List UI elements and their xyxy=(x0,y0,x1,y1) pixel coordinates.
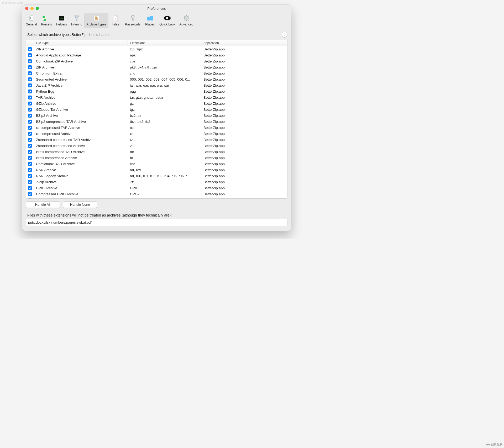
application-cell: BetterZip.app xyxy=(201,168,287,172)
svg-point-3 xyxy=(45,16,46,18)
toolbar-tab-quick-look[interactable]: Quick Look xyxy=(157,13,177,28)
table-row[interactable]: ARJ ArchiveARJBetterZip.app xyxy=(26,197,287,198)
table-row[interactable]: Android Application PackageapkBetterZip.… xyxy=(26,52,287,58)
extensions-cell: tbr xyxy=(128,150,201,154)
file-type-cell: Python Egg xyxy=(34,89,128,93)
toolbar-tab-presets[interactable]: Presets xyxy=(39,13,54,28)
table-row[interactable]: Zstandard compressed TAR ArchivetzstBett… xyxy=(26,137,287,143)
row-checkbox[interactable] xyxy=(28,192,32,196)
toolbar-tab-label: Quick Look xyxy=(159,23,175,26)
table-row[interactable]: Comicbook ZIP ArchivecbzBetterZip.app xyxy=(26,58,287,64)
handle-all-button[interactable]: Handle All xyxy=(26,201,60,208)
toolbar-tab-archive-types[interactable]: Archive Types xyxy=(84,13,108,28)
table-row[interactable]: 7-Zip Archive7zBetterZip.app xyxy=(26,179,287,185)
table-row[interactable]: RAR Archiverar, revBetterZip.app xyxy=(26,167,287,173)
toolbar-tab-files[interactable]: AFiles xyxy=(108,13,123,28)
table-body[interactable]: ZIP Archivezip, zipxBetterZip.appAndroid… xyxy=(26,46,287,198)
col-checkbox[interactable] xyxy=(26,40,34,46)
file-type-cell: ZIP Archive xyxy=(34,65,128,69)
row-checkbox[interactable] xyxy=(28,53,32,57)
toolbar-tab-places[interactable]: Places xyxy=(143,13,157,28)
row-checkbox[interactable] xyxy=(28,162,32,166)
row-checkbox[interactable] xyxy=(28,168,32,172)
extensions-cell: bz2, bz xyxy=(128,114,201,118)
row-checkbox[interactable] xyxy=(28,83,32,87)
application-cell: BetterZip.app xyxy=(201,65,287,69)
svg-point-16 xyxy=(184,16,188,20)
table-row[interactable]: GZip ArchivegzBetterZip.app xyxy=(26,101,287,107)
table-row[interactable]: RAR Legacy Archiverar, r00, r01, r02, r0… xyxy=(26,173,287,179)
toolbar-tab-helpers[interactable]: execHelpers xyxy=(54,13,69,28)
extensions-cell: rar, rev xyxy=(128,168,201,172)
row-checkbox[interactable] xyxy=(28,138,32,142)
extensions-cell: apk xyxy=(128,53,201,57)
row-checkbox[interactable] xyxy=(28,47,32,51)
table-row[interactable]: xz compressed ArchivexzBetterZip.app xyxy=(26,131,287,137)
table-row[interactable]: Segmented Archive000, 001, 002, 003, 004… xyxy=(26,76,287,82)
table-row[interactable]: Brotli compressed TAR ArchivetbrBetterZi… xyxy=(26,149,287,155)
table-row[interactable]: Brotli compressed ArchivebrBetterZip.app xyxy=(26,155,287,161)
help-button[interactable]: ? xyxy=(282,32,287,38)
toolbar-tab-general[interactable]: General xyxy=(24,13,39,28)
toolbar-tab-filtering[interactable]: Filtering xyxy=(69,13,85,28)
col-extensions[interactable]: Extensions xyxy=(128,40,201,46)
row-checkbox[interactable] xyxy=(28,89,32,93)
svg-rect-0 xyxy=(29,16,33,20)
file-type-cell: Comicbook RAR Archive xyxy=(34,162,128,166)
row-checkbox[interactable] xyxy=(28,108,32,112)
row-checkbox[interactable] xyxy=(28,114,32,118)
table-row[interactable]: TAR Archivetar, gtar, gnutar, ustarBette… xyxy=(26,94,287,101)
application-cell: BetterZip.app xyxy=(201,144,287,148)
files-icon: A xyxy=(111,14,120,22)
minimize-window-button[interactable] xyxy=(30,7,34,10)
row-checkbox[interactable] xyxy=(28,156,32,160)
toolbar-tab-passwords[interactable]: Passwords xyxy=(123,13,143,28)
row-checkbox[interactable] xyxy=(28,144,32,148)
table-row[interactable]: BZip2 compressed TAR Archivetbz, tbz2, t… xyxy=(26,119,287,125)
close-window-button[interactable] xyxy=(25,7,28,10)
application-cell: BetterZip.app xyxy=(201,96,287,99)
table-row[interactable]: Java ZIP Archivejar, war, ear, par, wsr,… xyxy=(26,82,287,88)
excluded-extensions-input[interactable] xyxy=(26,219,287,226)
row-checkbox[interactable] xyxy=(28,120,32,124)
table-row[interactable]: ZIP Archivezip, zipxBetterZip.app xyxy=(26,46,287,52)
table-row[interactable]: Compressed CPIO ArchiveCPGZBetterZip.app xyxy=(26,191,287,197)
row-checkbox[interactable] xyxy=(28,174,32,178)
file-type-cell: Chromium Extra xyxy=(34,71,128,75)
row-checkbox[interactable] xyxy=(28,198,32,198)
file-type-cell: CPIO Archive xyxy=(34,186,128,190)
application-cell: BetterZip.app xyxy=(201,120,287,124)
handle-none-button[interactable]: Handle None xyxy=(63,201,97,208)
row-checkbox[interactable] xyxy=(28,77,32,81)
table-row[interactable]: BZip2 Archivebz2, bzBetterZip.app xyxy=(26,113,287,119)
table-row[interactable]: Zstandard compressed ArchivezstBetterZip… xyxy=(26,143,287,149)
file-type-cell: TAR Archive xyxy=(34,96,128,99)
title-bar: Preferences xyxy=(22,5,291,12)
col-file-type[interactable]: File Type xyxy=(34,40,128,46)
zoom-window-button[interactable] xyxy=(36,7,39,10)
row-checkbox[interactable] xyxy=(28,150,32,154)
table-row[interactable]: Chromium ExtracrxBetterZip.app xyxy=(26,70,287,76)
row-checkbox[interactable] xyxy=(28,59,32,63)
file-type-cell: Segmented Archive xyxy=(34,77,128,81)
toolbar-tab-advanced[interactable]: Advanced xyxy=(177,13,195,28)
toolbar-tab-label: Places xyxy=(145,23,155,26)
row-checkbox[interactable] xyxy=(28,126,32,130)
table-row[interactable]: ZIP Archivepk3, pk4, nth, xpiBetterZip.a… xyxy=(26,64,287,70)
row-checkbox[interactable] xyxy=(28,65,32,69)
row-checkbox[interactable] xyxy=(28,180,32,184)
row-checkbox[interactable] xyxy=(28,102,32,106)
row-checkbox[interactable] xyxy=(28,186,32,190)
table-row[interactable]: Python EggeggBetterZip.app xyxy=(26,88,287,94)
row-checkbox[interactable] xyxy=(28,132,32,136)
col-application[interactable]: Application xyxy=(201,40,287,46)
table-row[interactable]: CPIO ArchiveCPIOBetterZip.app xyxy=(26,185,287,191)
excluded-extensions-label: Files with these extensions will not be … xyxy=(27,213,286,217)
table-row[interactable]: Comicbook RAR ArchivecbrBetterZip.app xyxy=(26,161,287,167)
row-checkbox[interactable] xyxy=(28,71,32,75)
row-checkbox[interactable] xyxy=(28,96,32,99)
table-row[interactable]: xz compressed TAR ArchivetxzBetterZip.ap… xyxy=(26,125,287,131)
svg-line-22 xyxy=(188,20,189,20)
archive-types-icon xyxy=(92,14,101,22)
table-row[interactable]: GZipped Tar ArchivetgzBetterZip.app xyxy=(26,107,287,113)
